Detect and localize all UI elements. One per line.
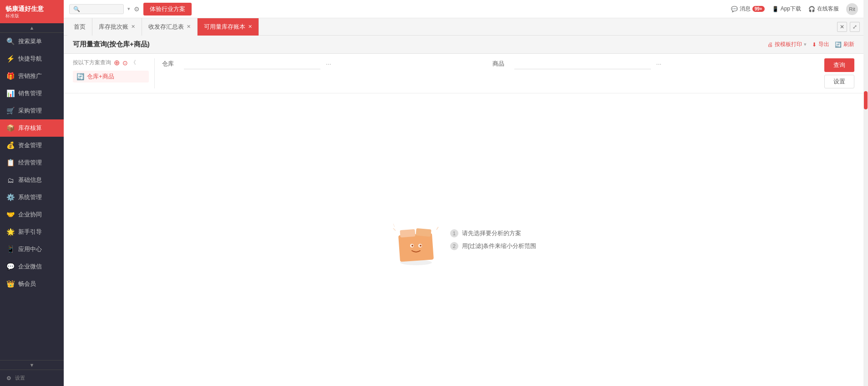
sidebar-item-system[interactable]: ⚙️ 系统管理 bbox=[0, 189, 64, 206]
user-item[interactable]: Rit bbox=[846, 3, 858, 15]
warehouse-more-btn[interactable]: ··· bbox=[324, 60, 333, 67]
sidebar-item-marketing[interactable]: 🎁 营销推广 bbox=[0, 67, 64, 85]
print-label: 按模板打印 bbox=[775, 41, 802, 48]
filter-area: 按以下方案查询 ⊕ ⊙ 《 🔄 仓库+商品 仓库 ··· bbox=[64, 54, 863, 93]
product-more-btn[interactable]: ··· bbox=[655, 60, 664, 67]
export-label: 导出 bbox=[818, 41, 829, 48]
sidebar-item-wechat[interactable]: 💬 企业微信 bbox=[0, 258, 64, 275]
sidebar-item-label: 系统管理 bbox=[18, 193, 42, 201]
sidebar-item-label: 搜索菜单 bbox=[18, 37, 42, 46]
system-icon: ⚙️ bbox=[6, 193, 15, 201]
tab-close-btn[interactable]: ✕ bbox=[837, 22, 847, 32]
sidebar-item-search[interactable]: 🔍 搜索菜单 bbox=[0, 33, 64, 50]
sidebar-item-purchase[interactable]: 🛒 采购管理 bbox=[0, 102, 64, 119]
warehouse-input[interactable] bbox=[184, 58, 320, 69]
svg-line-8 bbox=[393, 228, 396, 231]
sidebar-item-member[interactable]: 👑 畅会员 bbox=[0, 275, 64, 293]
marketing-icon: 🎁 bbox=[6, 72, 15, 80]
tab-batch-close-icon[interactable]: ✕ bbox=[131, 24, 135, 30]
sidebar-item-label: 企业协同 bbox=[18, 211, 42, 219]
sidebar-footer: ⚙ 设置 bbox=[0, 370, 64, 386]
online-service-label: 在线客服 bbox=[817, 5, 839, 13]
sidebar-item-finance[interactable]: 💰 资金管理 bbox=[0, 137, 64, 154]
sidebar-item-operations[interactable]: 📋 经营管理 bbox=[0, 154, 64, 171]
sidebar-item-enterprise[interactable]: 🤝 企业协同 bbox=[0, 206, 64, 223]
notification-item[interactable]: 💬 消息 99+ bbox=[731, 5, 765, 13]
sidebar-logo-sub: 标准版 bbox=[5, 13, 58, 19]
tab-expand-btn[interactable]: ⤢ bbox=[850, 22, 860, 32]
hint-number-2: 2 bbox=[450, 242, 458, 250]
sidebar-item-quicknav[interactable]: ⚡ 快捷导航 bbox=[0, 50, 64, 67]
scheme-settings-btn[interactable]: ⊙ bbox=[122, 59, 128, 67]
tab-available-label: 可用量库存账本 bbox=[204, 23, 245, 31]
product-field-label: 商品 bbox=[492, 60, 511, 68]
search-icon: 🔍 bbox=[6, 37, 15, 46]
tabs-controls: ✕ ⤢ bbox=[837, 22, 860, 32]
scroll-up-btn[interactable]: ▲ bbox=[30, 25, 35, 31]
scheme-item-warehouse-product[interactable]: 🔄 仓库+商品 bbox=[73, 71, 149, 82]
sidebar-item-label: 营销推广 bbox=[18, 72, 42, 80]
notification-badge: 99+ bbox=[752, 6, 765, 12]
svg-rect-2 bbox=[400, 229, 415, 237]
tab-summary[interactable]: 收发存汇总表 ✕ bbox=[142, 18, 198, 36]
quicknav-icon: ⚡ bbox=[6, 55, 15, 63]
right-scrollbar[interactable] bbox=[863, 0, 868, 386]
export-btn[interactable]: ⬇ 导出 bbox=[812, 41, 829, 48]
app-download-item[interactable]: 📱 App下载 bbox=[772, 5, 801, 13]
topbar-chevron-icon[interactable]: ▾ bbox=[127, 6, 130, 12]
filter-field-product: 商品 ··· bbox=[492, 58, 816, 69]
sidebar-item-basic[interactable]: 🗂 基础信息 bbox=[0, 171, 64, 189]
sidebar-item-label: 应用中心 bbox=[18, 245, 42, 253]
sidebar-item-label: 基础信息 bbox=[18, 176, 42, 184]
online-service-item[interactable]: 🎧 在线客服 bbox=[808, 5, 839, 13]
sidebar-item-sales[interactable]: 📊 销售管理 bbox=[0, 85, 64, 102]
right-scrollbar-handle[interactable] bbox=[864, 91, 868, 109]
sales-icon: 📊 bbox=[6, 89, 15, 98]
sidebar-scroll: 🔍 搜索菜单 ⚡ 快捷导航 🎁 营销推广 📊 销售管理 🛒 采购管理 📦 库存核… bbox=[0, 33, 64, 360]
tab-batch[interactable]: 库存批次账 ✕ bbox=[92, 18, 142, 36]
tab-home[interactable]: 首页 bbox=[67, 18, 92, 36]
topbar: 🔍 ▾ ⚙ 体验行业方案 💬 消息 99+ 📱 App下载 🎧 在线客服 Rit bbox=[64, 0, 863, 18]
tab-available-close-icon[interactable]: ✕ bbox=[248, 24, 252, 30]
app-icon: 📱 bbox=[772, 6, 779, 12]
sidebar-item-label: 销售管理 bbox=[18, 89, 42, 98]
filter-field-warehouse: 仓库 ··· bbox=[162, 58, 485, 69]
print-btn[interactable]: 🖨 按模板打印 ▾ bbox=[767, 41, 807, 48]
empty-illustration bbox=[391, 217, 437, 262]
refresh-btn[interactable]: 🔄 刷新 bbox=[835, 41, 854, 48]
product-input[interactable] bbox=[514, 58, 651, 69]
topbar-search[interactable]: 🔍 bbox=[69, 4, 124, 14]
sidebar-item-appcenter[interactable]: 📱 应用中心 bbox=[0, 241, 64, 258]
trial-button[interactable]: 体验行业方案 bbox=[143, 3, 192, 15]
add-scheme-btn[interactable]: ⊕ bbox=[114, 58, 120, 67]
tab-summary-close-icon[interactable]: ✕ bbox=[187, 24, 191, 30]
empty-hint: 1 请先选择要分析的方案 2 用[过滤]条件来缩小分析范围 bbox=[450, 229, 536, 250]
svg-point-6 bbox=[411, 245, 413, 247]
query-button[interactable]: 查询 bbox=[824, 58, 854, 72]
sidebar-item-label: 经营管理 bbox=[18, 159, 42, 167]
filter-scheme-label: 按以下方案查询 ⊕ ⊙ 《 bbox=[73, 58, 149, 67]
purchase-icon: 🛒 bbox=[6, 107, 15, 115]
sidebar-logo: 畅康通好生意 标准版 bbox=[0, 0, 64, 23]
tab-available[interactable]: 可用量库存账本 ✕ bbox=[198, 18, 259, 36]
scroll-down-btn[interactable]: ▼ bbox=[30, 362, 35, 368]
operations-icon: 📋 bbox=[6, 159, 15, 167]
sidebar-footer-label: 设置 bbox=[15, 375, 25, 381]
print-chevron-icon: ▾ bbox=[804, 41, 807, 47]
refresh-icon: 🔄 bbox=[835, 41, 842, 48]
avatar: Rit bbox=[846, 3, 858, 15]
topbar-gear-icon[interactable]: ⚙ bbox=[134, 5, 140, 13]
enterprise-icon: 🤝 bbox=[6, 211, 15, 219]
hint-item-1: 1 请先选择要分析的方案 bbox=[450, 229, 536, 237]
sidebar-item-inventory[interactable]: 📦 库存核算 bbox=[0, 119, 64, 137]
sidebar-item-newguide[interactable]: 🌟 新手引导 bbox=[0, 223, 64, 241]
filter-row-1: 仓库 ··· 商品 ··· bbox=[162, 58, 815, 69]
filter-left: 按以下方案查询 ⊕ ⊙ 《 🔄 仓库+商品 bbox=[73, 58, 155, 88]
sidebar-logo-main: 畅康通好生意 bbox=[5, 5, 58, 13]
topbar-right: 💬 消息 99+ 📱 App下载 🎧 在线客服 Rit bbox=[731, 3, 858, 15]
refresh-label: 刷新 bbox=[843, 41, 854, 48]
collapse-btn[interactable]: 《 bbox=[131, 59, 136, 67]
tab-batch-label: 库存批次账 bbox=[99, 23, 128, 31]
empty-svg bbox=[391, 217, 441, 267]
settings-button[interactable]: 设置 bbox=[824, 75, 854, 88]
